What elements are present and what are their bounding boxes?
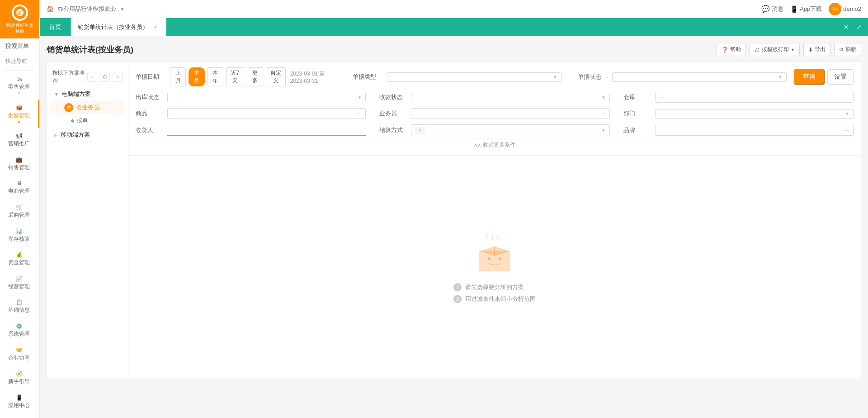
sidebar-item-label: 采购管理 (8, 212, 30, 219)
left-panel-header: 按以下方案查询 + ⚙ « (47, 66, 128, 87)
out-status-select[interactable]: ▼ (167, 93, 366, 102)
sidebar-item-sales[interactable]: 💼 销售管理 (0, 152, 39, 176)
add-scheme-button[interactable]: + (87, 72, 97, 82)
sidebar-item-label: 企业协同 (8, 355, 30, 362)
sidebar-item-operations[interactable]: 📈 经营管理 (0, 271, 39, 295)
hint-num-1: 1 (453, 283, 462, 291)
cooperation-icon: 🤝 (16, 347, 23, 353)
filter-row-3: 商品 ··· 业务员 ··· 部门 ▼ (136, 108, 854, 119)
dept-dropdown-icon: ▼ (845, 111, 849, 116)
filter-area: 单据日期 上月 本月 本年 近7天 更多 自定义 2023-03-01 至 20… (128, 62, 861, 156)
payment-tag-close[interactable]: × (419, 128, 421, 133)
brand-icon: 好 (16, 9, 24, 17)
download-icon: 📱 (790, 5, 798, 13)
export-label: 导出 (815, 46, 826, 53)
settings-button[interactable]: 设置 (827, 69, 854, 85)
scheme-settings-button[interactable]: ⚙ (100, 72, 110, 82)
page-title: 销货单统计表(按业务员) (47, 44, 133, 55)
export-icon: ⬇ (808, 47, 813, 53)
scheme-by-order[interactable]: ◆ 按单 (51, 114, 124, 127)
collect-status-select[interactable]: ▼ (411, 93, 609, 102)
goods-label: 商品 (136, 109, 163, 118)
dropdown-trigger[interactable]: ▼ (120, 6, 125, 12)
empty-hints: 1 请先选择要分析的方案 2 用过滤条件来缩小分析范围 (453, 283, 536, 303)
bill-type-dropdown-icon: ▼ (553, 75, 557, 80)
sidebar-item-ecommerce[interactable]: 🖥 电商管理 (0, 176, 39, 200)
search-menu-item[interactable]: 搜索菜单 (0, 38, 39, 54)
sidebar-item-label: 新手引导 (8, 378, 30, 385)
date-filter: 上月 本月 本年 近7天 更多 自定义 2023-03-01 至 2023-03… (170, 67, 336, 86)
sidebar-item-cooperation[interactable]: 🤝 企业协同 (0, 342, 39, 366)
query-button[interactable]: 查询 (794, 69, 825, 85)
brand-more-icon: ··· (845, 127, 849, 133)
brand-label: 品牌 (623, 126, 651, 134)
bill-status-select[interactable]: ▼ (612, 72, 787, 82)
sidebar-item-inventory[interactable]: 📊 库存核算 (0, 223, 39, 247)
sidebar-item-label: 销售管理 (8, 164, 30, 171)
mobile-expand-icon: ▶ (54, 133, 58, 138)
warehouse-more-icon: ··· (659, 94, 664, 100)
header-right: 💬 消息 📱 App下载 Ea demo2 (761, 3, 861, 15)
quick-nav: 快捷导航 (0, 54, 39, 69)
hint-num-2: 2 (453, 295, 462, 303)
warehouse-label: 仓库 (623, 93, 651, 101)
collapse-more-conditions-btn[interactable]: ∧∧ 收起更多条件 (136, 138, 854, 152)
print-button[interactable]: 🖨 按模板打印 ▼ (750, 43, 800, 56)
tab-close-all-button[interactable]: ✕ (842, 23, 851, 32)
scheme-collapse-button[interactable]: « (113, 72, 123, 82)
scheme-by-salesperson[interactable]: 按 按业务员 (51, 101, 124, 114)
custom-date-btn[interactable]: 自定义 (266, 67, 286, 86)
refresh-label: 刷新 (845, 46, 856, 53)
sidebar-item-purchase[interactable]: 🛒 采购管理 (0, 200, 39, 223)
user-profile[interactable]: Ea demo2 (829, 3, 861, 15)
tab-close-button[interactable]: × (152, 24, 159, 31)
active-scheme-icon: 按 (64, 103, 73, 112)
this-year-btn[interactable]: 本年 (208, 67, 223, 86)
sidebar-item-wholesale[interactable]: 📦 批发管理 ▲ (0, 100, 39, 128)
brand-select[interactable]: ··· (655, 125, 854, 136)
sidebar-item-system[interactable]: ⚙️ 系统管理 (0, 318, 39, 342)
help-button[interactable]: ❓ 帮助 (717, 43, 746, 56)
sidebar-item-basic[interactable]: 📋 基础信息 (0, 294, 39, 318)
sidebar-item-apps[interactable]: 📱 应用中心 (0, 390, 39, 414)
tab-current[interactable]: 销货单统计表（按业务员） × (71, 18, 166, 36)
sidebar-item-guide[interactable]: 🧭 新手引导 (0, 366, 39, 390)
chevron-down-icon: ▼ (120, 6, 125, 12)
mobile-scheme-group: ▶ 移动端方案 (47, 128, 128, 141)
svg-line-7 (497, 234, 498, 239)
dept-select[interactable]: ▼ (655, 109, 854, 119)
mobile-scheme-parent[interactable]: ▶ 移动端方案 (51, 128, 124, 141)
svg-point-4 (488, 257, 491, 260)
tab-home[interactable]: 首页 (40, 18, 71, 36)
bill-type-select[interactable]: ▼ (387, 72, 561, 82)
sidebar-item-wechat[interactable]: 💬 企业微信 (0, 413, 39, 418)
last-month-btn[interactable]: 上月 (170, 67, 186, 86)
payment-select[interactable]: × ▼ (411, 124, 609, 136)
last7-btn[interactable]: 近7天 (226, 67, 244, 86)
goods-select[interactable]: ··· (167, 108, 366, 119)
sidebar-item-finance[interactable]: 💰 资金管理 (0, 247, 39, 271)
tab-expand-button[interactable]: ⤢ (854, 23, 863, 32)
sidebar-item-retail[interactable]: 🛍 零售管理 ▼ (0, 71, 39, 100)
receiver-input[interactable] (167, 125, 366, 136)
chevron-icon: ▲ (17, 119, 21, 124)
warehouse-input[interactable]: ··· (655, 92, 854, 103)
salesperson-select[interactable]: ··· (411, 108, 609, 119)
print-icon: 🖨 (755, 47, 760, 53)
messages-label: 消息 (772, 5, 783, 13)
messages-btn[interactable]: 💬 消息 (761, 5, 783, 13)
receiver-more-icon[interactable]: ··· (361, 127, 366, 134)
app-download-btn[interactable]: 📱 App下载 (790, 5, 822, 13)
tree-expand-icon: ▼ (54, 92, 59, 97)
export-button[interactable]: ⬇ 导出 (803, 43, 830, 56)
refresh-button[interactable]: ↺ 刷新 (834, 43, 861, 56)
pc-scheme-parent[interactable]: ▼ 电脑端方案 (51, 87, 124, 101)
sidebar-item-marketing[interactable]: 📢 营销推广 (0, 128, 39, 152)
more-date-btn[interactable]: 更多 (247, 67, 263, 86)
logo-area[interactable]: 好 畅捷通好生意 标版 (0, 0, 39, 38)
inventory-icon: 📊 (16, 228, 23, 234)
this-month-btn[interactable]: 本月 (189, 67, 204, 86)
operations-icon: 📈 (16, 276, 23, 282)
sales-icon: 💼 (16, 157, 23, 163)
page-actions: ❓ 帮助 🖨 按模板打印 ▼ ⬇ 导出 ↺ 刷新 (717, 43, 861, 56)
